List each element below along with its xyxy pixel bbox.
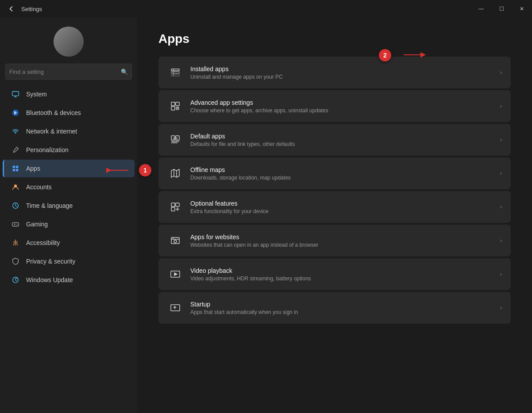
settings-item-advanced[interactable]: Advanced app settings Choose where to ge…	[158, 90, 511, 122]
sidebar-item-privacy[interactable]: Privacy & security	[3, 252, 135, 270]
annotation-2: 2	[379, 49, 431, 62]
startup-text: Startup Apps that start automatically wh…	[190, 301, 500, 315]
video-playback-title: Video playback	[190, 267, 500, 274]
content-area: Apps Installed apps	[137, 18, 532, 413]
svg-rect-30	[171, 305, 180, 311]
close-button[interactable]: ✕	[512, 0, 532, 18]
settings-item-apps-for-websites[interactable]: Apps for websites Websites that can open…	[158, 225, 511, 256]
sidebar-item-label-system: System	[26, 91, 47, 98]
svg-rect-4	[16, 166, 18, 168]
default-apps-desc: Defaults for file and link types, other …	[190, 141, 500, 147]
bluetooth-icon	[11, 108, 20, 117]
apps-for-websites-title: Apps for websites	[190, 233, 500, 241]
back-button[interactable]	[5, 3, 18, 15]
optional-features-icon	[167, 199, 183, 215]
main-layout: 🔍 System Bluetooth & devices	[0, 18, 532, 413]
svg-rect-19	[171, 107, 175, 110]
settings-list: Installed apps Uninstall and manage apps…	[158, 57, 511, 324]
sidebar-item-update[interactable]: Windows Update	[3, 271, 135, 289]
accessibility-icon	[11, 238, 20, 247]
sidebar-item-label-time: Time & language	[26, 202, 73, 209]
sidebar-item-label-accessibility: Accessibility	[26, 239, 60, 246]
titlebar-title: Settings	[21, 6, 42, 12]
maximize-button[interactable]: ☐	[491, 0, 512, 18]
svg-rect-25	[171, 207, 175, 211]
sidebar-item-time[interactable]: Time & language	[3, 197, 135, 214]
monitor-icon	[11, 90, 20, 99]
sidebar-item-label-apps: Apps	[26, 165, 40, 172]
sidebar-item-label-update: Windows Update	[26, 276, 73, 283]
svg-rect-6	[16, 169, 18, 171]
chevron-right-icon-5: ›	[500, 204, 502, 210]
apps-icon	[11, 164, 20, 173]
apps-for-websites-icon	[167, 233, 183, 249]
settings-item-video-playback[interactable]: Video playback Video adjustments, HDR st…	[158, 258, 511, 290]
advanced-settings-text: Advanced app settings Choose where to ge…	[190, 99, 500, 114]
advanced-settings-desc: Choose where to get apps, archive apps, …	[190, 107, 500, 114]
svg-point-11	[17, 224, 17, 225]
search-box: 🔍	[5, 64, 132, 80]
svg-rect-0	[12, 92, 19, 96]
avatar[interactable]	[54, 27, 84, 57]
sidebar-item-label-network: Network & internet	[26, 128, 77, 135]
sidebar-item-personalization[interactable]: Personalization	[3, 141, 135, 159]
gaming-icon	[11, 220, 20, 229]
svg-rect-15	[171, 72, 179, 73]
startup-icon	[167, 300, 183, 316]
chevron-right-icon-8: ›	[500, 305, 502, 311]
wifi-icon	[11, 127, 20, 136]
sidebar-item-apps[interactable]: Apps	[3, 160, 135, 177]
optional-features-title: Optional features	[190, 200, 500, 207]
sidebar-item-label-accounts: Accounts	[26, 184, 52, 191]
search-input[interactable]	[9, 69, 121, 75]
chevron-right-icon-2: ›	[500, 103, 502, 109]
settings-item-optional-features[interactable]: Optional features Extra functionality fo…	[158, 191, 511, 223]
default-apps-text: Default apps Defaults for file and link …	[190, 133, 500, 147]
chevron-right-icon-7: ›	[500, 271, 502, 277]
offline-maps-text: Offline maps Downloads, storage location…	[190, 166, 500, 181]
sidebar-item-accounts[interactable]: Accounts	[3, 178, 135, 196]
minimize-button[interactable]: —	[471, 0, 491, 18]
advanced-settings-icon	[167, 98, 183, 114]
offline-maps-desc: Downloads, storage location, map updates	[190, 175, 500, 181]
advanced-settings-title: Advanced app settings	[190, 99, 500, 106]
shield-icon	[11, 257, 20, 266]
annotation-circle-2: 2	[379, 49, 391, 61]
content-wrapper: Apps Installed apps	[158, 32, 511, 324]
default-apps-icon	[167, 132, 183, 148]
settings-item-installed-apps[interactable]: Installed apps Uninstall and manage apps…	[158, 57, 511, 88]
sidebar-item-accessibility[interactable]: Accessibility	[3, 234, 135, 252]
sidebar-item-system[interactable]: System	[3, 85, 135, 103]
svg-rect-16	[171, 74, 179, 76]
offline-maps-title: Offline maps	[190, 166, 500, 173]
optional-features-desc: Extra functionality for your device	[190, 208, 500, 214]
svg-rect-17	[171, 102, 175, 106]
offline-maps-icon	[167, 165, 183, 181]
settings-item-default-apps[interactable]: Default apps Defaults for file and link …	[158, 124, 511, 156]
chevron-right-icon-6: ›	[500, 237, 502, 244]
video-playback-icon	[167, 266, 183, 282]
titlebar: Settings — ☐ ✕	[0, 0, 532, 18]
sidebar-item-label-personalization: Personalization	[26, 146, 69, 153]
settings-item-offline-maps[interactable]: Offline maps Downloads, storage location…	[158, 157, 511, 189]
settings-item-startup[interactable]: Startup Apps that start automatically wh…	[158, 292, 511, 324]
svg-point-2	[15, 133, 16, 134]
svg-point-1	[12, 110, 19, 116]
optional-features-text: Optional features Extra functionality fo…	[190, 200, 500, 214]
page-title: Apps	[158, 32, 511, 46]
video-playback-desc: Video adjustments, HDR streaming, batter…	[190, 275, 500, 282]
svg-point-27	[174, 240, 177, 243]
svg-rect-9	[12, 222, 19, 226]
sidebar-item-network[interactable]: Network & internet	[3, 122, 135, 140]
installed-apps-desc: Uninstall and manage apps on your PC	[190, 74, 500, 80]
svg-rect-5	[13, 169, 15, 171]
installed-apps-icon	[167, 65, 183, 80]
installed-apps-text: Installed apps Uninstall and manage apps…	[190, 65, 500, 80]
sidebar-item-bluetooth[interactable]: Bluetooth & devices	[3, 104, 135, 122]
annotation-arrow-2	[391, 49, 431, 62]
clock-icon	[11, 201, 20, 210]
chevron-right-icon-4: ›	[500, 170, 502, 176]
svg-rect-3	[13, 166, 15, 168]
sidebar-item-label-privacy: Privacy & security	[26, 258, 75, 265]
sidebar-item-gaming[interactable]: Gaming	[3, 215, 135, 233]
